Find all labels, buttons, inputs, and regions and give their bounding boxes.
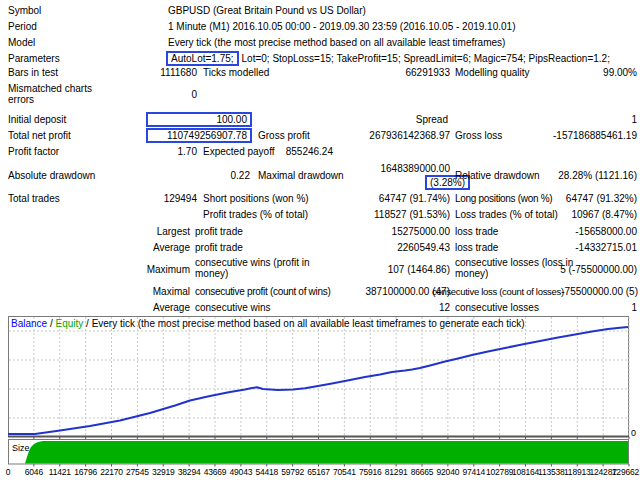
y-axis-zero-label: 0 (631, 427, 636, 439)
legend-equity: Equity (55, 318, 83, 329)
avg-consecutive-head: Average (130, 302, 190, 314)
short-positions-label: Short positions (won %) (203, 193, 309, 205)
spread-value: 1 (517, 114, 637, 126)
mismatched-value: 0 (110, 89, 197, 101)
maximal-consecutive-loss-value: -75500000.00 (5) (558, 286, 638, 298)
x-tick-label: 49043 (230, 466, 253, 478)
ticks-modelled-value: 66291933 (330, 67, 450, 79)
legend-balance: Balance (11, 318, 47, 329)
row-profit-trades: Profit trades (% of total) 118527 (91.53… (0, 209, 640, 223)
average-loss-trade-value: -14332715.01 (517, 242, 637, 254)
avg-consecutive-wins-label: consecutive wins (195, 302, 271, 314)
parameters-rest: Lot=0; StopLoss=15; TakeProfit=15; Sprea… (242, 53, 610, 64)
row-largest: Largest profit trade 15275000.00 loss tr… (0, 226, 640, 240)
x-tick-label: 92040 (437, 466, 460, 478)
average-profit-trade-label: profit trade (195, 242, 243, 254)
maximal-drawdown-value: 1648389000.00 (330, 163, 450, 175)
x-tick-label: 0 (6, 466, 11, 478)
row-model: Model Every tick (the most precise metho… (0, 37, 640, 51)
mismatched-label: Mismatched charts errors (8, 83, 120, 105)
row-bars-in-test: Bars in test 1111680 Ticks modelled 6629… (0, 67, 640, 81)
legend-separator: / (83, 318, 91, 329)
average-profit-trade-value: 2260549.43 (330, 242, 450, 254)
x-tick-label: 70541 (333, 466, 356, 478)
x-axis-labels: 0604611421167962217027545329193829443669… (0, 466, 640, 478)
row-initial-deposit: Initial deposit 100.00 Spread 1 (0, 114, 640, 128)
total-trades-label: Total trades (8, 193, 60, 205)
row-mismatched: Mismatched charts errors 0 (0, 83, 640, 107)
row-parameters: Parameters AutoLot=1.75;Lot=0; StopLoss=… (0, 53, 640, 67)
row-total-net-profit: Total net profit 110749256907.78 Gross p… (0, 130, 640, 144)
maximal-head: Maximal (130, 286, 190, 298)
parameters-highlight-box: AutoLot=1.75; (166, 51, 239, 66)
maximal-drawdown-percent: (3.28%) (330, 175, 450, 190)
largest-loss-trade-value: -15658000.00 (517, 226, 637, 238)
chart-legend: Balance / Equity / Every tick (the most … (11, 318, 525, 330)
profit-trades-label: Profit trades (% of total) (203, 209, 308, 221)
row-maximal: Maximal consecutive profit (count of win… (0, 286, 640, 300)
x-tick-label: 27545 (126, 466, 149, 478)
max-consecutive-wins-label: consecutive wins (profit in money) (195, 257, 335, 279)
x-tick-label: 54418 (255, 466, 278, 478)
initial-deposit-label: Initial deposit (8, 114, 66, 126)
x-tick-label: 11421 (49, 466, 71, 478)
ticks-modelled-label: Ticks modelled (203, 67, 269, 79)
symbol-value: GBPUSD (Great Britain Pound vs US Dollar… (168, 5, 366, 17)
max-consecutive-losses-value: 5 (-75500000.00) (517, 264, 637, 276)
loss-trades-value: 10967 (8.47%) (517, 209, 637, 221)
x-tick-label: 75916 (359, 466, 382, 478)
expected-payoff-value: 855246.24 (238, 146, 333, 158)
period-label: Period (8, 21, 37, 33)
initial-deposit-highlight-box: 100.00 (146, 112, 252, 127)
bars-label: Bars in test (8, 67, 58, 79)
parameters-label: Parameters (8, 53, 60, 65)
relative-drawdown-value: 28.28% (1121.16) (517, 170, 637, 182)
absolute-drawdown-value: 0.22 (150, 170, 250, 182)
largest-head: Largest (130, 226, 190, 238)
row-drawdown: Absolute drawdown 0.22 Maximal drawdown … (0, 163, 640, 189)
largest-profit-trade-label: profit trade (195, 226, 243, 238)
size-area (25, 441, 628, 464)
average-head: Average (130, 242, 190, 254)
row-average-trade: Average profit trade 2260549.43 loss tra… (0, 242, 640, 256)
x-tick-label: 22170 (100, 466, 123, 478)
strategy-tester-report: Symbol GBPUSD (Great Britain Pound vs US… (0, 0, 640, 480)
gross-loss-value: -157186885461.19 (517, 130, 637, 142)
maximal-consecutive-profit-label: consecutive profit (count of wins) (195, 286, 330, 298)
x-tick-label: 81291 (385, 466, 408, 478)
x-tick-label: 97414 (462, 466, 485, 478)
largest-profit-trade-value: 15275000.00 (330, 226, 450, 238)
model-value: Every tick (the most precise method base… (168, 37, 505, 49)
long-positions-value: 64747 (91.32%) (517, 193, 637, 205)
profit-factor-value: 1.70 (110, 146, 197, 158)
x-tick-label: 6046 (25, 466, 43, 478)
gross-profit-value: 267936142368.97 (330, 130, 450, 142)
x-tick-label: 43669 (204, 466, 227, 478)
legend-description: Every tick (the most precise method base… (92, 318, 525, 329)
balance-chart (0, 316, 640, 480)
x-tick-label: 113538 (538, 466, 565, 478)
row-profit-factor: Profit factor 1.70 Expected payoff 85524… (0, 146, 640, 160)
profit-trades-value: 118527 (91.53%) (330, 209, 450, 221)
modelling-quality-value: 99.00% (517, 67, 637, 79)
x-tick-label: 59792 (281, 466, 304, 478)
x-tick-label: 129662 (612, 466, 639, 478)
x-tick-label: 86665 (411, 466, 434, 478)
net-profit-label: Total net profit (8, 130, 71, 142)
bars-value: 1111680 (110, 67, 197, 79)
spread-label: Spread (330, 114, 448, 126)
x-tick-label: 38294 (178, 466, 201, 478)
symbol-label: Symbol (8, 5, 41, 17)
gross-loss-label: Gross loss (455, 130, 502, 142)
gross-profit-label: Gross profit (258, 130, 310, 142)
profit-factor-label: Profit factor (8, 146, 59, 158)
x-tick-label: 32919 (152, 466, 175, 478)
maximum-head: Maximum (130, 264, 190, 276)
largest-loss-trade-label: loss trade (455, 226, 498, 238)
max-consecutive-wins-value: 107 (1464.86) (330, 264, 450, 276)
row-symbol: Symbol GBPUSD (Great Britain Pound vs US… (0, 5, 640, 19)
x-tick-label: 118913 (564, 466, 591, 478)
size-panel-label: Size (12, 442, 30, 454)
parameters-value: AutoLot=1.75;Lot=0; StopLoss=15; TakePro… (166, 51, 610, 66)
row-average-consecutive: Average consecutive wins 12 consecutive … (0, 302, 640, 316)
